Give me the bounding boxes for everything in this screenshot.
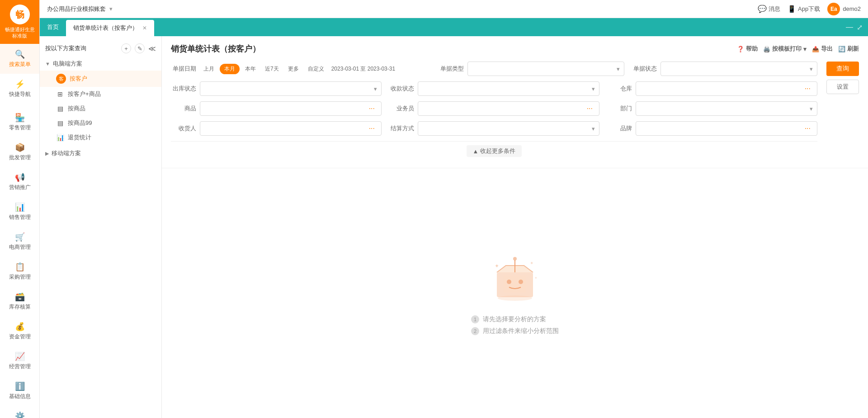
help-icon: ❓ — [737, 46, 744, 52]
sidebar-item-sales[interactable]: 📊 销售管理 — [0, 197, 39, 227]
page-title-row: 销货单统计表（按客户） ❓ 帮助 🖨️ 按模板打印 ▾ 📤 — [171, 43, 859, 54]
order-status-select[interactable] — [660, 62, 817, 76]
sidebar: 畅 畅捷通好生意标准版 🔍 搜索菜单 ⚡ 快捷导航 🏪 零售管理 📦 批发管理 … — [0, 0, 40, 418]
sidebar-item-retail[interactable]: 🏪 零售管理 — [0, 107, 39, 137]
scheme-panel: 按以下方案查询 + ✎ ≪ ▼ 电脑端方案 客 — [40, 36, 162, 418]
settlement-select-wrap: ▾ — [418, 121, 599, 136]
sidebar-item-stock[interactable]: 🗃️ 库存核算 — [0, 286, 39, 316]
sidebar-item-purchase[interactable]: 📋 采购管理 — [0, 256, 39, 286]
date-btn-more[interactable]: 更多 — [284, 64, 302, 74]
scheme-edit-btn[interactable]: ✎ — [135, 43, 145, 53]
scheme-item-by-customer-goods[interactable]: ⊞ 按客户+商品 — [40, 87, 161, 101]
sidebar-item-quick[interactable]: ⚡ 快捷导航 — [0, 74, 39, 104]
date-btn-custom[interactable]: 自定义 — [304, 64, 328, 74]
sales-icon: 📊 — [15, 202, 25, 212]
filter-row-4: 收货人 ··· 结算方式 ▾ — [171, 121, 817, 136]
app-download-btn[interactable]: 📱 App下载 — [788, 5, 820, 13]
page-content: 按以下方案查询 + ✎ ≪ ▼ 电脑端方案 客 — [40, 36, 868, 418]
query-button[interactable]: 查询 — [826, 62, 859, 76]
tab-sales-stat[interactable]: 销货单统计表（按客户） ✕ — [66, 20, 154, 36]
brand-label: 品牌 — [607, 124, 632, 133]
refresh-icon: 🔄 — [838, 46, 845, 52]
scheme-item-by-goods[interactable]: ▤ 按商品 — [40, 101, 161, 116]
page-title-actions: ❓ 帮助 🖨️ 按模板打印 ▾ 📤 导出 � — [737, 45, 859, 53]
dept-select[interactable] — [636, 101, 817, 116]
sidebar-item-marketing[interactable]: 📢 营销推广 — [0, 167, 39, 197]
filter-area: 销货单统计表（按客户） ❓ 帮助 🖨️ 按模板打印 ▾ 📤 — [162, 36, 868, 168]
svg-text:✦: ✦ — [534, 276, 538, 280]
template-print-btn[interactable]: 🖨️ 按模板打印 ▾ — [763, 45, 807, 53]
order-type-label: 单据类型 — [439, 65, 464, 73]
set-button[interactable]: 设置 — [826, 80, 859, 94]
filter-settlement-item: 结算方式 ▾ — [389, 121, 599, 136]
filter-row-3: 商品 ··· 业务员 ··· — [171, 101, 817, 116]
sidebar-item-system[interactable]: ⚙️ 系统管理 — [0, 406, 39, 418]
basic-icon: ℹ️ — [15, 381, 25, 391]
quick-icon: ⚡ — [15, 79, 25, 89]
filter-goods-item: 商品 ··· — [171, 101, 382, 116]
salesman-more-btn[interactable]: ··· — [584, 104, 595, 113]
order-status-label: 单据状态 — [632, 65, 657, 73]
out-status-select[interactable] — [200, 81, 382, 96]
tab-maximize-btn[interactable]: ⤢ — [857, 23, 863, 32]
search-icon: 🔍 — [15, 49, 25, 59]
warehouse-label: 仓库 — [607, 85, 632, 93]
refresh-btn[interactable]: 🔄 刷新 — [838, 45, 859, 53]
home-tab-label: 首页 — [47, 23, 59, 31]
user-avatar: Ea — [827, 3, 840, 15]
scheme-group-desktop-header[interactable]: ▼ 电脑端方案 — [40, 57, 161, 71]
filter-row-2: 出库状态 ▾ 收款状态 ▾ — [171, 81, 817, 96]
date-btn-this-month[interactable]: 本月 — [220, 64, 240, 74]
filter-order-status-item: 单据状态 ▾ — [632, 62, 817, 76]
message-btn[interactable]: 💬 消息 — [758, 5, 780, 13]
print-icon: 🖨️ — [763, 46, 770, 52]
scheme-panel-header: 按以下方案查询 + ✎ ≪ — [40, 41, 161, 56]
scheme-add-btn[interactable]: + — [121, 43, 131, 53]
sidebar-item-ecom[interactable]: 🛒 电商管理 — [0, 227, 39, 256]
sidebar-logo[interactable]: 畅 畅捷通好生意标准版 — [0, 0, 39, 44]
order-type-select[interactable] — [467, 62, 624, 76]
date-btn-last-month[interactable]: 上月 — [200, 64, 218, 74]
scheme-collapse-btn[interactable]: ≪ — [148, 44, 156, 53]
tab-home[interactable]: 首页 — [40, 18, 66, 36]
export-btn[interactable]: 📤 导出 — [812, 45, 833, 53]
receiver-more-btn[interactable]: ··· — [366, 124, 377, 133]
sidebar-item-search[interactable]: 🔍 搜索菜单 — [0, 44, 39, 74]
brand-more-btn[interactable]: ··· — [802, 124, 813, 133]
sidebar-item-wholesale[interactable]: 📦 批发管理 — [0, 137, 39, 167]
header-dropdown-arrow[interactable]: ▾ — [109, 5, 113, 12]
help-btn[interactable]: ❓ 帮助 — [737, 45, 758, 53]
scheme-panel-title: 按以下方案查询 — [45, 44, 86, 52]
warehouse-more-btn[interactable]: ··· — [802, 85, 813, 93]
collapse-btn[interactable]: ▲ 收起更多条件 — [467, 145, 522, 157]
table2-icon: ▤ — [56, 119, 64, 127]
filter-row-1: 单据日期 上月 本月 本年 近7天 更多 自定义 — [171, 62, 817, 76]
goods-more-btn[interactable]: ··· — [366, 104, 377, 113]
date-btn-this-year[interactable]: 本年 — [241, 64, 259, 74]
scheme-group-mobile-header[interactable]: ▶ 移动端方案 — [40, 147, 161, 160]
goods-label: 商品 — [171, 104, 196, 113]
tab-minimize-btn[interactable]: — — [846, 23, 853, 31]
date-btn-last7days[interactable]: 近7天 — [261, 64, 283, 74]
sidebar-item-basic[interactable]: ℹ️ 基础信息 — [0, 376, 39, 406]
grid-icon: ⊞ — [56, 90, 64, 98]
expand-arrow-icon: ▼ — [45, 61, 50, 66]
user-area[interactable]: Ea demo2 — [827, 3, 861, 15]
settlement-select[interactable] — [418, 121, 599, 136]
scheme-item-by-goods99[interactable]: ▤ 按商品99 — [40, 116, 161, 130]
date-filter-btns: 上月 本月 本年 近7天 更多 自定义 — [200, 64, 328, 74]
page-title: 销货单统计表（按客户） — [171, 43, 260, 54]
tab-close-icon[interactable]: ✕ — [142, 25, 147, 31]
receiver-label: 收货人 — [171, 124, 196, 133]
collapse-label: 收起更多条件 — [480, 147, 515, 155]
ecom-icon: 🛒 — [15, 232, 25, 242]
sidebar-item-finance[interactable]: 💰 资金管理 — [0, 316, 39, 346]
scheme-item-by-customer[interactable]: 客 按客户 — [40, 71, 161, 87]
sidebar-item-operation[interactable]: 📈 经营管理 — [0, 346, 39, 376]
receipt-status-select[interactable] — [418, 81, 599, 96]
receipt-status-label: 收款状态 — [389, 85, 414, 93]
scheme-item-return-stat[interactable]: 📊 退货统计 — [40, 130, 161, 145]
finance-icon: 💰 — [15, 322, 25, 332]
out-status-select-wrap: ▾ — [200, 81, 382, 96]
collapse-up-icon: ▲ — [473, 148, 479, 155]
